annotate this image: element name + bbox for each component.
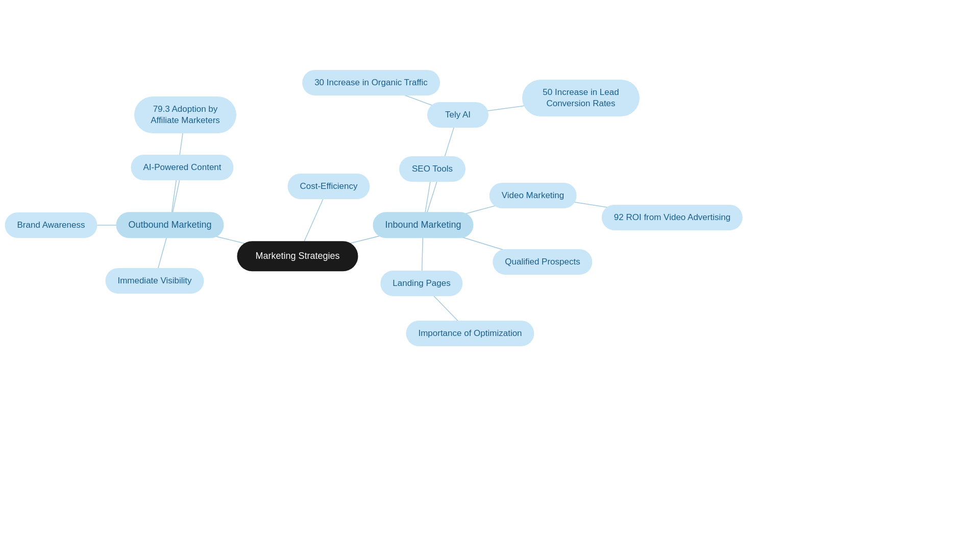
ai-powered-content-node: AI-Powered Content <box>131 155 233 180</box>
immediate-visibility-node: Immediate Visibility <box>105 268 204 294</box>
lead-conversion-node: 50 Increase in Lead Conversion Rates <box>522 80 640 116</box>
importance-optimization-node: Importance of Optimization <box>406 321 534 346</box>
seo-tools-node: SEO Tools <box>399 156 465 182</box>
outbound-marketing-node: Outbound Marketing <box>116 212 224 238</box>
roi-video-node: 92 ROI from Video Advertising <box>602 205 743 230</box>
qualified-prospects-node: Qualified Prospects <box>493 249 592 275</box>
organic-traffic-node: 30 Increase in Organic Traffic <box>302 70 440 95</box>
tely-ai-node: Tely AI <box>427 102 488 128</box>
inbound-marketing-node: Inbound Marketing <box>373 212 473 238</box>
brand-awareness-node: Brand Awareness <box>5 212 97 238</box>
video-marketing-node: Video Marketing <box>489 183 577 208</box>
landing-pages-node: Landing Pages <box>380 271 462 296</box>
center-node: Marketing Strategies <box>237 241 358 271</box>
cost-efficiency-node: Cost-Efficiency <box>287 174 370 199</box>
affiliate-marketers-node: 79.3 Adoption by Affiliate Marketers <box>134 97 236 133</box>
